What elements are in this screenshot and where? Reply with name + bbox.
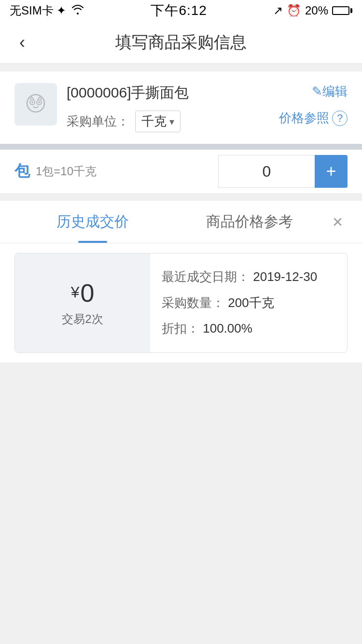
status-right: ↗ ⏰ 20% — [273, 4, 352, 17]
price-ref-button[interactable]: 价格参照 ? — [279, 110, 348, 126]
product-unit-row: 采购单位： 千克 ▾ — [67, 111, 279, 132]
svg-point-3 — [31, 101, 33, 103]
product-info: [0000006]手撕面包 采购单位： 千克 ▾ — [67, 83, 279, 132]
recent-date-label: 最近成交日期： — [162, 269, 250, 284]
alarm-icon: ⏰ — [287, 4, 301, 17]
quantity-left: 包 1包=10千克 — [14, 161, 97, 182]
battery-icon — [332, 6, 352, 15]
transaction-card: ¥ 0 交易2次 最近成交日期： 2019-12-30 采购数量： 200千克 … — [14, 253, 348, 353]
tab-price-ref-label: 商品价格参考 — [206, 212, 293, 232]
tab-bar: 历史成交价 商品价格参考 × — [0, 201, 362, 243]
price-value: 0 — [80, 279, 94, 308]
transaction-price: ¥ 0 — [71, 279, 95, 308]
main-content — [0, 363, 362, 644]
purchase-qty-row: 采购数量： 200千克 — [162, 293, 335, 313]
carrier-text: 无SIM卡 ✦ — [10, 3, 66, 18]
transaction-list: ¥ 0 交易2次 最近成交日期： 2019-12-30 采购数量： 200千克 … — [0, 243, 362, 363]
nav-bar: ‹ 填写商品采购信息 — [0, 21, 362, 64]
discount-row: 折扣： 100.00% — [162, 319, 335, 339]
recent-date-row: 最近成交日期： 2019-12-30 — [162, 267, 335, 287]
close-button[interactable]: × — [328, 209, 348, 236]
wifi-icon — [71, 4, 84, 17]
qty-input-area: 0 + — [218, 155, 348, 188]
unit-value: 千克 — [141, 113, 167, 130]
transaction-right-panel: 最近成交日期： 2019-12-30 采购数量： 200千克 折扣： 100.0… — [150, 253, 347, 352]
transaction-left-panel: ¥ 0 交易2次 — [15, 253, 150, 352]
unit-label: 采购单位： — [67, 113, 129, 130]
gray-divider — [0, 144, 362, 150]
tab-price-ref[interactable]: 商品价格参考 — [171, 201, 327, 243]
chevron-down-icon: ▾ — [169, 116, 174, 127]
purchase-qty-label: 采购数量： — [162, 295, 224, 310]
status-bar: 无SIM卡 ✦ 下午6:12 ↗ ⏰ 20% — [0, 0, 362, 21]
price-ref-label: 价格参照 — [279, 110, 329, 126]
qty-input[interactable]: 0 — [218, 155, 315, 188]
product-name: [0000006]手撕面包 — [67, 83, 279, 103]
transaction-count: 交易2次 — [62, 311, 103, 327]
edit-button[interactable]: ✎编辑 — [312, 83, 348, 100]
product-left: [0000006]手撕面包 采购单位： 千克 ▾ — [14, 83, 279, 132]
product-right-actions: ✎编辑 价格参照 ? — [279, 83, 348, 126]
currency-symbol: ¥ — [71, 283, 80, 301]
page-title: 填写商品采购信息 — [115, 31, 247, 54]
tab-history-price[interactable]: 历史成交价 — [14, 201, 171, 243]
purchase-qty-value: 200千克 — [228, 295, 274, 310]
status-left: 无SIM卡 ✦ — [10, 3, 84, 18]
discount-label: 折扣： — [162, 321, 199, 336]
qty-ratio: 1包=10千克 — [36, 164, 97, 179]
help-icon: ? — [332, 111, 348, 126]
product-image — [14, 83, 57, 126]
location-icon: ↗ — [273, 4, 283, 17]
battery-percent: 20% — [305, 4, 328, 17]
svg-point-4 — [38, 101, 40, 103]
quantity-row: 包 1包=10千克 0 + — [0, 150, 362, 193]
qty-plus-button[interactable]: + — [315, 155, 348, 188]
discount-value: 100.00% — [203, 321, 252, 336]
tab-section: 历史成交价 商品价格参考 × ¥ 0 交易2次 最近成交日期： 2019-12-… — [0, 201, 362, 363]
recent-date-value: 2019-12-30 — [253, 269, 317, 284]
unit-select[interactable]: 千克 ▾ — [135, 111, 181, 132]
back-button[interactable]: ‹ — [14, 28, 30, 57]
tab-history-label: 历史成交价 — [56, 212, 129, 232]
status-time: 下午6:12 — [151, 1, 207, 20]
package-icon: 包 — [14, 161, 30, 182]
tab-underline — [78, 241, 107, 243]
product-card: [0000006]手撕面包 采购单位： 千克 ▾ ✎编辑 价格参照 ? — [0, 71, 362, 144]
